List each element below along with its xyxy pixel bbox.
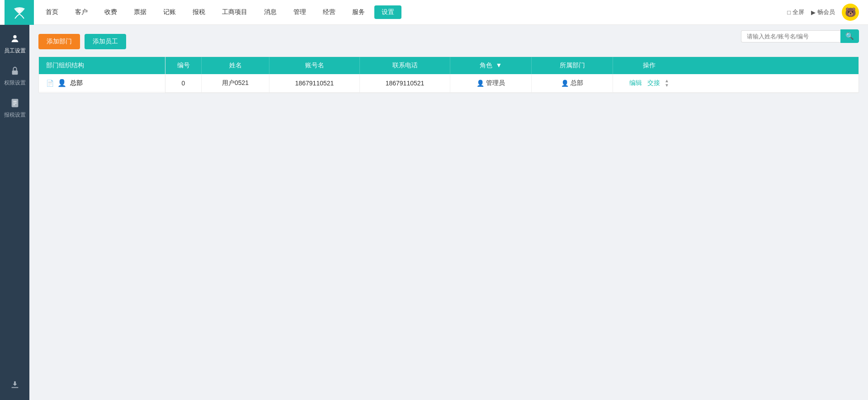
dept-icon: 👤 (561, 80, 569, 87)
svg-rect-2 (12, 71, 18, 75)
dept-name: 总部 (70, 79, 83, 87)
main-content: 添加部门 添加员工 部门组织结构 📄 👤 总部 编号 姓名 账号名 联系电话 角… (29, 25, 868, 400)
sidebar-tax-label: 报税设置 (4, 111, 26, 119)
th-phone: 联系电话 (360, 57, 450, 74)
dept-label: 总部 (571, 79, 583, 87)
dept-tree: 部门组织结构 📄 👤 总部 (39, 57, 165, 93)
nav-settings[interactable]: 设置 (374, 5, 401, 19)
nav-bookkeeping[interactable]: 记账 (156, 5, 183, 19)
th-dept: 所属部门 (532, 57, 613, 74)
fullscreen-label: 全屏 (793, 8, 804, 16)
nav-right: □ 全屏 ▶ 畅会员 🐻 (787, 4, 859, 21)
member-button[interactable]: ▶ 畅会员 (811, 8, 835, 16)
role-label: 管理员 (486, 79, 505, 87)
report-icon (10, 98, 20, 109)
td-dept: 👤 总部 (532, 74, 613, 92)
sidebar-item-permissions[interactable]: 权限设置 (0, 61, 29, 91)
nav-tax[interactable]: 报税 (185, 5, 212, 19)
filter-icon[interactable]: ▼ (496, 61, 502, 69)
nav-customer[interactable]: 客户 (68, 5, 95, 19)
nav-business[interactable]: 工商项目 (215, 5, 255, 19)
th-actions: 操作 (613, 57, 685, 74)
add-employee-button[interactable]: 添加员工 (85, 34, 126, 49)
role-icon: 👤 (476, 80, 484, 87)
transfer-link[interactable]: 交接 (647, 79, 660, 87)
td-phone: 18679110521 (360, 74, 450, 92)
search-bar: 🔍 (741, 29, 859, 43)
logo (5, 0, 34, 25)
th-account: 账号名 (269, 57, 360, 74)
nav-operations[interactable]: 经营 (316, 5, 343, 19)
th-name: 姓名 (202, 57, 269, 74)
dept-tree-item[interactable]: 📄 👤 总部 (39, 74, 165, 92)
td-actions: 编辑 交接 ▲ ▼ (613, 74, 685, 92)
file-icon: 📄 (46, 80, 54, 87)
table-row: 0 用户0521 18679110521 18679110521 👤 管理员 👤… (165, 74, 859, 93)
sidebar-item-tax[interactable]: 报税设置 (0, 94, 29, 123)
edit-link[interactable]: 编辑 (629, 79, 642, 87)
nav-service[interactable]: 服务 (345, 5, 372, 19)
search-button[interactable]: 🔍 (840, 29, 859, 43)
dept-user-icon: 👤 (57, 79, 66, 87)
member-label: 畅会员 (817, 8, 835, 16)
add-dept-button[interactable]: 添加部门 (38, 34, 80, 49)
th-role: 角色 ▼ (450, 57, 532, 74)
table-header: 编号 姓名 账号名 联系电话 角色 ▼ 所属部门 操作 (165, 57, 859, 74)
sidebar-item-employee[interactable]: 员工设置 (0, 29, 29, 59)
svg-point-0 (18, 9, 21, 12)
action-bar: 添加部门 添加员工 (38, 34, 859, 49)
nav-home[interactable]: 首页 (38, 5, 66, 19)
td-name: 用户0521 (202, 74, 269, 92)
action-separator (644, 80, 646, 87)
td-role: 👤 管理员 (450, 74, 532, 92)
sidebar-item-download[interactable] (0, 375, 29, 395)
person-icon (10, 34, 20, 45)
svg-point-1 (13, 35, 16, 38)
sidebar-employee-label: 员工设置 (4, 47, 26, 55)
fullscreen-button[interactable]: □ 全屏 (787, 8, 804, 16)
play-icon: ▶ (811, 9, 816, 16)
avatar-icon: 🐻 (845, 7, 856, 18)
content-area: 部门组织结构 📄 👤 总部 编号 姓名 账号名 联系电话 角色 ▼ 所属部门 操… (38, 56, 859, 93)
nav-bills[interactable]: 票据 (127, 5, 154, 19)
nav-items: 首页 客户 收费 票据 记账 报税 工商项目 消息 管理 经营 服务 设置 (38, 5, 787, 19)
td-account: 18679110521 (269, 74, 360, 92)
lock-icon (10, 66, 20, 77)
employee-table: 编号 姓名 账号名 联系电话 角色 ▼ 所属部门 操作 0 用户0521 186… (165, 57, 859, 93)
sidebar-permissions-label: 权限设置 (4, 79, 26, 87)
th-id: 编号 (165, 57, 202, 74)
search-input[interactable] (741, 30, 840, 42)
user-avatar[interactable]: 🐻 (842, 4, 859, 21)
nav-fees[interactable]: 收费 (97, 5, 124, 19)
top-navigation: 首页 客户 收费 票据 记账 报税 工商项目 消息 管理 经营 服务 设置 □ … (0, 0, 868, 25)
td-id: 0 (165, 74, 202, 92)
dept-tree-header: 部门组织结构 (39, 57, 165, 74)
fullscreen-icon: □ (787, 9, 791, 16)
nav-management[interactable]: 管理 (286, 5, 313, 19)
sidebar: 员工设置 权限设置 报税设置 (0, 25, 29, 400)
scroll-down-btn[interactable]: ▼ (665, 83, 669, 88)
nav-messages[interactable]: 消息 (257, 5, 284, 19)
download-icon (10, 380, 20, 391)
